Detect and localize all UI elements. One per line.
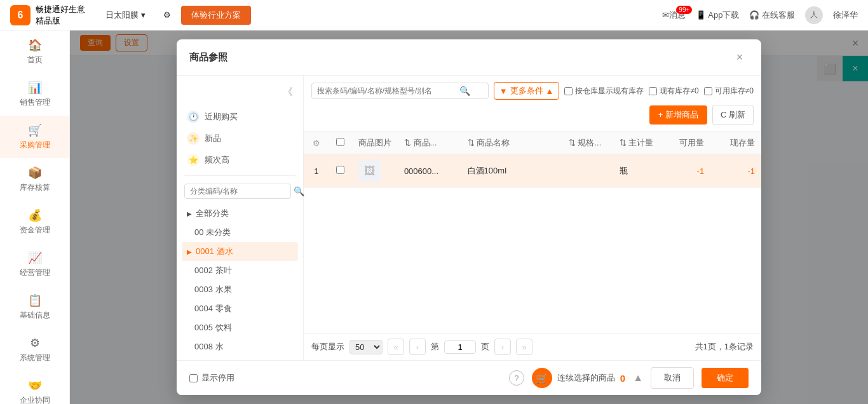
check-avail-nonzero[interactable]: 可用库存≠0 [704, 86, 754, 97]
nav-branch[interactable]: 日太阳膜 ▾ [98, 6, 153, 25]
prev-page-btn[interactable]: ‹ [409, 339, 426, 355]
product-thumbnail: 🖼 [358, 159, 381, 182]
checkbox-stock-nonzero[interactable] [649, 87, 657, 95]
username: 徐泽华 [833, 10, 858, 21]
main-layout: 🏠 首页 📊 销售管理 🛒 采购管理 📦 库存核算 💰 资金管理 📈 经营管理 … [0, 30, 868, 404]
right-panel: 🔍 ▼ 更多条件 ▲ 按仓库显示现有库存 [304, 76, 761, 360]
row-name: 白酒100ml [461, 154, 562, 188]
cart-area: 🛒 连续选择的商品 0 [532, 368, 625, 388]
last-page-btn[interactable]: » [516, 339, 532, 355]
confirm-btn[interactable]: 确定 [702, 368, 749, 388]
home-icon: 🏠 [28, 38, 42, 52]
footer-actions: ? 🛒 连续选择的商品 0 ▲ 取消 确定 [509, 367, 749, 389]
cart-text: 连续选择的商品 [557, 372, 615, 384]
row-code: 000600... [398, 154, 461, 188]
cat-item-uncategorized[interactable]: 00 未分类 [182, 223, 298, 242]
dialog-close-btn[interactable]: × [731, 48, 749, 66]
page-size-select[interactable]: 50 10 20 100 [349, 340, 383, 354]
basic-info-icon: 📋 [28, 293, 42, 307]
col-name-header: ⇅ 商品名称 [461, 132, 562, 154]
sidebar-item-system[interactable]: ⚙ 系统管理 [0, 328, 69, 371]
cat-item-fruit[interactable]: 0003 水果 [182, 280, 298, 299]
collab-icon: 🤝 [28, 379, 42, 393]
topbar-nav: 日太阳膜 ▾ ⚙ 体验行业方案 [98, 6, 662, 25]
filter-bar: 🔍 ▼ 更多条件 ▲ 按仓库显示现有库存 [304, 76, 761, 132]
sidebar-item-collab[interactable]: 🤝 企业协同 [0, 371, 69, 404]
freq-icon: ⭐ [187, 154, 200, 166]
recent-icon: 🕐 [187, 111, 200, 123]
headset-icon: 🎧 [749, 10, 759, 20]
dialog-footer: 显示停用 ? 🛒 连续选择的商品 0 ▲ 取消 确定 [177, 360, 761, 395]
row-select-checkbox[interactable] [336, 166, 344, 174]
finance-icon: 💰 [28, 208, 42, 222]
sidebar-item-purchase[interactable]: 🛒 采购管理 [0, 116, 69, 158]
page-input[interactable] [444, 340, 476, 354]
product-search-box[interactable]: 🔍 [311, 83, 489, 99]
cat-item-beverage[interactable]: 0005 饮料 [182, 318, 298, 337]
row-checkbox[interactable] [329, 154, 352, 188]
sidebar-item-home[interactable]: 🏠 首页 [0, 30, 69, 73]
more-filter-btn[interactable]: ▼ 更多条件 ▲ [494, 82, 560, 100]
quick-nav: 🕐 近期购买 ✨ 新品 ⭐ 频次高 [177, 107, 303, 170]
category-search-icon[interactable]: 🔍 [294, 186, 304, 196]
sidebar-item-basic-info[interactable]: 📋 基础信息 [0, 286, 69, 328]
col-gear[interactable]: ⚙ [304, 132, 329, 154]
refresh-btn[interactable]: C 刷新 [712, 105, 754, 125]
next-page-btn[interactable]: › [494, 339, 511, 355]
first-page-btn[interactable]: « [388, 339, 404, 355]
show-disabled-check[interactable]: 显示停用 [189, 372, 234, 384]
sidebar-item-finance[interactable]: 💰 资金管理 [0, 201, 69, 243]
cart-icon: 🛒 [536, 372, 548, 384]
help-icon-btn[interactable]: ? [509, 370, 524, 386]
logo-icon: 6 [10, 5, 31, 25]
category-search-box: 🔍 [177, 181, 303, 201]
sidebar-item-inventory[interactable]: 📦 库存核算 [0, 158, 69, 201]
nav-frequent[interactable]: ⭐ 频次高 [182, 150, 298, 170]
row-unit: 瓶 [613, 154, 660, 188]
cat-item-liquor[interactable]: ▶ 0001 酒水 [182, 242, 298, 261]
expand-icon-btn[interactable]: ▲ [633, 372, 643, 384]
sidebar-item-sales[interactable]: 📊 销售管理 [0, 73, 69, 116]
service-btn[interactable]: 🎧 在线客服 [749, 10, 795, 21]
row-stock: -1 [710, 154, 761, 188]
cat-item-tea[interactable]: 0002 茶叶 [182, 261, 298, 280]
check-warehouse[interactable]: 按仓库显示现有库存 [564, 86, 644, 97]
cancel-btn[interactable]: 取消 [651, 367, 694, 389]
nav-recent[interactable]: 🕐 近期购买 [182, 107, 298, 127]
dialog-body: 《 🕐 近期购买 ✨ 新品 ⭐ [177, 76, 761, 360]
collapse-btn[interactable]: 《 [280, 83, 295, 102]
check-stock-nonzero[interactable]: 现有库存≠0 [649, 86, 698, 97]
col-avail-header: 可用量 [660, 132, 710, 154]
sidebar-item-business[interactable]: 📈 经营管理 [0, 243, 69, 286]
trial-btn[interactable]: 体验行业方案 [181, 6, 251, 25]
app-download-btn[interactable]: 📱 App下载 [696, 10, 739, 21]
dialog-overlay: 商品参照 × 《 🕐 近期购买 [70, 30, 868, 404]
topbar-right: ✉ 99+ 消息 📱 App下载 🎧 在线客服 人 徐泽华 [662, 6, 858, 24]
cat-item-snack[interactable]: 0004 零食 [182, 299, 298, 318]
checkbox-avail-nonzero[interactable] [704, 87, 712, 95]
page-label: 第 [431, 341, 439, 353]
product-search-icon[interactable]: 🔍 [459, 86, 470, 96]
message-btn[interactable]: ✉ 99+ 消息 [662, 10, 686, 21]
row-img: 🖼 [352, 154, 398, 188]
cat-item-all[interactable]: ▶ 全部分类 [182, 204, 298, 223]
phone-icon: 📱 [696, 10, 706, 20]
category-search-input[interactable] [184, 184, 291, 199]
cat-item-water[interactable]: 0008 水 [182, 337, 298, 355]
message-icon: ✉ [662, 10, 669, 20]
left-panel-header: 《 [177, 81, 303, 107]
table-row[interactable]: 1 🖼 [304, 154, 761, 188]
checkbox-warehouse[interactable] [564, 87, 573, 95]
avatar[interactable]: 人 [805, 6, 823, 24]
show-disabled-checkbox[interactable] [189, 374, 198, 382]
col-unit-header: ⇅ 主计量 [613, 132, 660, 154]
settings-icon-btn[interactable]: ⚙ [156, 6, 179, 24]
cart-icon-btn[interactable]: 🛒 [532, 368, 552, 388]
nav-new[interactable]: ✨ 新品 [182, 128, 298, 149]
page-suffix: 页 [481, 341, 489, 353]
select-all-checkbox[interactable] [336, 138, 344, 146]
add-product-btn[interactable]: + 新增商品 [649, 105, 707, 125]
left-panel: 《 🕐 近期购买 ✨ 新品 ⭐ [177, 76, 304, 360]
sort-icon-code: ⇅ [404, 138, 411, 147]
product-search-input[interactable] [317, 86, 457, 95]
